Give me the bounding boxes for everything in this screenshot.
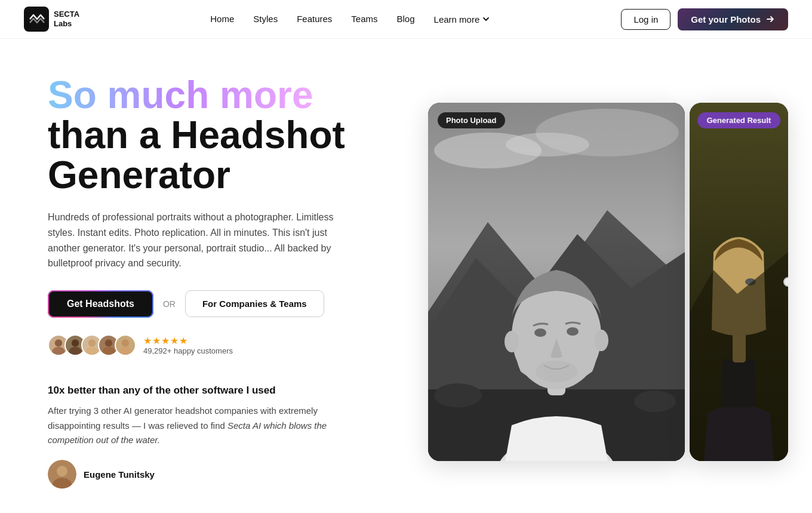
- svg-point-5: [88, 339, 96, 346]
- arrow-right-icon: [765, 14, 775, 24]
- svg-point-30: [594, 330, 608, 351]
- hero-heading: So much more than a Headshot Generator: [48, 75, 358, 196]
- generated-result-badge: Generated Result: [697, 112, 781, 128]
- svg-point-7: [105, 339, 112, 346]
- hero-section: So much more than a Headshot Generator H…: [0, 39, 812, 513]
- navbar: SECTA Labs Home Styles Features Teams Bl…: [0, 0, 812, 39]
- svg-point-17: [506, 133, 589, 156]
- nav-teams[interactable]: Teams: [351, 14, 377, 24]
- nav-styles[interactable]: Styles: [253, 14, 278, 24]
- brand-name-line1: SECTA: [54, 10, 79, 19]
- ratings: ★★★★★ 49,292+ happy customers: [143, 335, 233, 355]
- hero-buttons: Get Headshots OR For Companies & Teams: [48, 290, 358, 318]
- generated-result-card: Generated Result: [690, 103, 788, 461]
- nav-blog[interactable]: Blog: [397, 14, 415, 24]
- chevron-down-icon: [482, 15, 490, 23]
- svg-point-8: [102, 347, 115, 356]
- social-proof: ★★★★★ 49,292+ happy customers: [48, 334, 358, 356]
- svg-point-22: [634, 391, 676, 412]
- svg-point-26: [534, 328, 546, 337]
- portrait-svg: [428, 103, 685, 461]
- avatar-5: [115, 334, 136, 356]
- photo-upload-card: Photo Upload: [428, 103, 685, 461]
- svg-point-28: [536, 361, 577, 382]
- companies-teams-button[interactable]: For Companies & Teams: [185, 290, 324, 317]
- svg-point-21: [434, 383, 482, 407]
- logo-icon: [24, 7, 49, 32]
- svg-point-9: [122, 339, 129, 346]
- hero-left: So much more than a Headshot Generator H…: [48, 75, 358, 489]
- hero-heading-gradient: So much more: [48, 73, 313, 116]
- svg-point-29: [505, 331, 519, 352]
- hero-heading-line1: than a Headshot Generator: [48, 113, 345, 196]
- brand-logo[interactable]: SECTA Labs: [24, 7, 79, 32]
- login-button[interactable]: Log in: [621, 9, 670, 30]
- svg-point-6: [85, 347, 98, 356]
- photo-upload-badge: Photo Upload: [438, 112, 505, 128]
- svg-point-10: [119, 347, 131, 356]
- svg-point-3: [72, 339, 79, 346]
- svg-point-1: [55, 339, 62, 346]
- testimonial: 10x better than any of the other softwar…: [48, 385, 358, 489]
- testimonial-body: After trying 3 other AI generator headsh…: [48, 404, 352, 448]
- hero-description: Hundreds of professional portraits witho…: [48, 210, 358, 271]
- svg-point-27: [567, 327, 579, 336]
- svg-point-2: [52, 347, 64, 356]
- get-headshots-button[interactable]: Get Headshots: [48, 290, 153, 318]
- or-divider: OR: [163, 299, 176, 309]
- svg-point-4: [69, 347, 81, 356]
- testimonial-author: Eugene Tunitsky: [48, 460, 358, 489]
- nav-home[interactable]: Home: [210, 14, 234, 24]
- hero-images: Photo Upload: [428, 103, 788, 461]
- nav-learn-more[interactable]: Learn more: [434, 14, 491, 24]
- get-photos-button[interactable]: Get your Photos: [678, 8, 788, 30]
- star-rating: ★★★★★: [143, 335, 233, 346]
- svg-point-12: [57, 466, 67, 477]
- customer-avatars: [48, 334, 136, 356]
- nav-features[interactable]: Features: [297, 14, 332, 24]
- brand-name-line2: Labs: [54, 19, 79, 29]
- nav-links: Home Styles Features Teams Blog Learn mo…: [210, 14, 490, 24]
- author-avatar: [48, 460, 76, 489]
- testimonial-title: 10x better than any of the other softwar…: [48, 385, 358, 397]
- author-name: Eugene Tunitsky: [84, 469, 155, 480]
- nav-actions: Log in Get your Photos: [621, 8, 788, 30]
- customer-count: 49,292+ happy customers: [143, 346, 233, 355]
- result-portrait-svg: [690, 103, 788, 461]
